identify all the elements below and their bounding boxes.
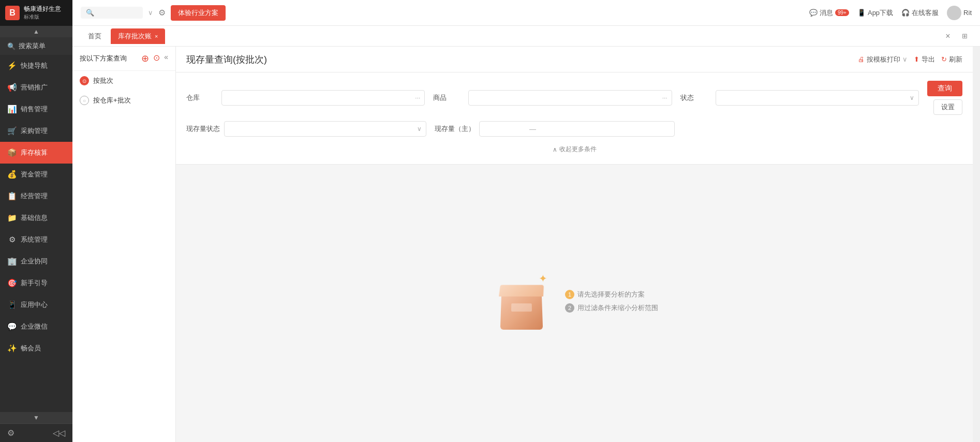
tab-active-label: 库存批次账	[118, 32, 152, 41]
collapse-sidebar-icon[interactable]: ◁◁	[53, 428, 65, 438]
online-service-button[interactable]: 🎧 在线客服	[901, 8, 939, 18]
page-header: 现存量查询(按批次) 🖨 按模板打印 ∨ ⬆ 导出 ↻ 刷新	[176, 47, 973, 72]
sidebar-item-sales[interactable]: 📊 销售管理	[0, 98, 72, 120]
empty-illustration: ✦	[491, 272, 553, 334]
settings-icon[interactable]: ⚙	[7, 428, 14, 438]
add-scheme-icon[interactable]: ⊕	[141, 53, 149, 64]
sidebar-item-label: 企业微信	[21, 322, 48, 331]
tabs-bar: 首页 库存批次账 × × ⊞	[72, 26, 980, 47]
sidebar-item-wechat[interactable]: 💬 企业微信	[0, 316, 72, 337]
sidebar-item-marketing[interactable]: 📢 营销推广	[0, 77, 72, 98]
sidebar-item-vip[interactable]: ✨ 畅会员	[0, 337, 72, 359]
export-button[interactable]: ⬆ 导出	[914, 55, 935, 64]
sidebar-item-purchase[interactable]: 🛒 采购管理	[0, 120, 72, 142]
collapse-row[interactable]: ∧ 收起更多条件	[186, 143, 962, 156]
sidebar-header: B 畅康通好生意 标准版	[0, 0, 72, 26]
sidebar-item-operations[interactable]: 📋 经营管理	[0, 185, 72, 207]
search-menu-label: 搜索菜单	[19, 41, 46, 51]
collapse-panel-icon[interactable]: «	[164, 53, 168, 64]
settings-button[interactable]: 设置	[933, 99, 962, 115]
sidebar-item-finance[interactable]: 💰 资金管理	[0, 164, 72, 185]
warehouse-label: 仓库	[186, 93, 217, 102]
messages-button[interactable]: 💬 消息 99+	[809, 8, 849, 18]
scroll-up-button[interactable]: ▲	[0, 26, 72, 37]
filter-item-batch[interactable]: ⊙ 按批次	[72, 71, 175, 91]
app-download-button[interactable]: 📱 App下载	[857, 8, 893, 18]
product-more-icon[interactable]: ···	[662, 94, 667, 101]
sidebar-item-apps[interactable]: 📱 应用中心	[0, 294, 72, 316]
sidebar-item-newbie[interactable]: 🎯 新手引导	[0, 272, 72, 294]
print-icon: 🖨	[858, 55, 865, 63]
newbie-icon: 🎯	[7, 278, 17, 288]
search-icon: 🔍	[86, 9, 94, 17]
panel-settings-button[interactable]: ⊞	[957, 29, 972, 43]
search-icon: 🔍	[7, 42, 16, 50]
app-logo: B	[5, 6, 20, 20]
topbar-search-box[interactable]: 🔍	[81, 7, 143, 19]
sidebar-item-inventory[interactable]: 📦 库存核算	[0, 142, 72, 164]
user-menu[interactable]: Rit	[947, 6, 972, 20]
sidebar-item-quick-nav[interactable]: ⚡ 快捷导航	[0, 55, 72, 77]
inventory-status-label: 现存量状态	[186, 124, 220, 134]
sidebar-footer: ⚙ ◁◁	[0, 423, 72, 442]
search-menu-item[interactable]: 🔍 搜索菜单	[0, 37, 72, 55]
status-select[interactable]: ∨	[716, 90, 919, 106]
sidebar-item-label: 企业协同	[21, 257, 48, 266]
vip-icon: ✨	[7, 344, 17, 353]
online-service-label: 在线客服	[912, 8, 939, 18]
main-content: 现存量查询(按批次) 🖨 按模板打印 ∨ ⬆ 导出 ↻ 刷新	[176, 47, 973, 442]
export-label: 导出	[922, 55, 935, 64]
action-col: 查询 设置	[927, 81, 962, 115]
sidebar-item-enterprise[interactable]: 🏢 企业协同	[0, 251, 72, 272]
search-row-2: 现存量状态 ∨ 现存量（主） —	[186, 121, 962, 137]
print-chevron-icon: ∨	[902, 55, 908, 63]
system-icon: ⚙	[7, 235, 17, 244]
operations-icon: 📋	[7, 191, 17, 201]
right-scrollbar[interactable]	[973, 47, 980, 442]
search-input[interactable]	[96, 9, 138, 17]
topbar: 🔍 ∨ ⚙ 体验行业方案 💬 消息 99+ 📱 App下载 🎧 在线客服 Rit	[72, 0, 980, 26]
trial-button[interactable]: 体验行业方案	[171, 5, 226, 21]
filter-item-warehouse-batch[interactable]: ○ 按仓库+批次	[72, 91, 175, 110]
warehouse-batch-icon: ○	[80, 96, 89, 105]
warehouse-field: 仓库 ···	[186, 90, 425, 106]
purchase-icon: 🛒	[7, 126, 17, 136]
filter-panel-title: 按以下方案查询	[80, 54, 127, 63]
scroll-down-button[interactable]: ▼	[0, 412, 72, 423]
status-field: 状态 ∨	[680, 90, 919, 106]
sidebar-nav: ⚡ 快捷导航 📢 营销推广 📊 销售管理 🛒 采购管理 📦 库存核算 💰 资金管…	[0, 55, 72, 412]
quantity-dash: —	[529, 125, 536, 133]
empty-hints: 1 请先选择要分析的方案 2 用过滤条件来缩小分析范围	[565, 290, 658, 317]
status-chevron-icon: ∨	[910, 94, 914, 101]
sidebar-item-system[interactable]: ⚙ 系统管理	[0, 229, 72, 251]
status-label: 状态	[680, 93, 711, 102]
warehouse-more-icon[interactable]: ···	[415, 94, 420, 101]
filter-item-batch-label: 按批次	[93, 76, 113, 85]
chevron-down-icon[interactable]: ∨	[148, 9, 153, 17]
warehouse-input[interactable]: ···	[221, 90, 425, 106]
inventory-status-select[interactable]: ∨	[224, 121, 426, 137]
sidebar-item-label: 库存核算	[21, 148, 48, 157]
query-button[interactable]: 查询	[927, 81, 962, 96]
scheme-settings-icon[interactable]: ⊙	[153, 53, 160, 64]
collapse-up-icon: ∧	[553, 146, 557, 153]
topbar-gear-icon[interactable]: ⚙	[158, 8, 166, 18]
product-input[interactable]: ···	[468, 90, 672, 106]
messages-label: 消息	[820, 8, 833, 18]
print-button[interactable]: 🖨 按模板打印 ∨	[858, 55, 908, 64]
inventory-status-chevron-icon: ∨	[417, 125, 422, 132]
topbar-actions: 💬 消息 99+ 📱 App下载 🎧 在线客服 Rit	[809, 6, 972, 20]
panel-close-button[interactable]: ×	[941, 29, 955, 43]
tab-inventory-batch[interactable]: 库存批次账 ×	[111, 28, 165, 44]
quantity-to-input[interactable]	[540, 125, 582, 133]
empty-state: ✦ 1 请先选择要分析的方案 2 用过滤条件来缩小分析范围	[176, 165, 973, 442]
quantity-input-wrap[interactable]: —	[479, 121, 675, 137]
filter-panel-header: 按以下方案查询 ⊕ ⊙ «	[72, 47, 175, 71]
quantity-field: 现存量（主） —	[435, 121, 675, 137]
refresh-button[interactable]: ↻ 刷新	[941, 55, 962, 64]
tab-close-icon[interactable]: ×	[155, 33, 158, 39]
tab-home[interactable]: 首页	[81, 28, 109, 44]
sidebar-item-label: 资金管理	[21, 170, 48, 179]
sidebar-item-basics[interactable]: 📁 基础信息	[0, 207, 72, 229]
quantity-from-input[interactable]	[484, 125, 525, 133]
